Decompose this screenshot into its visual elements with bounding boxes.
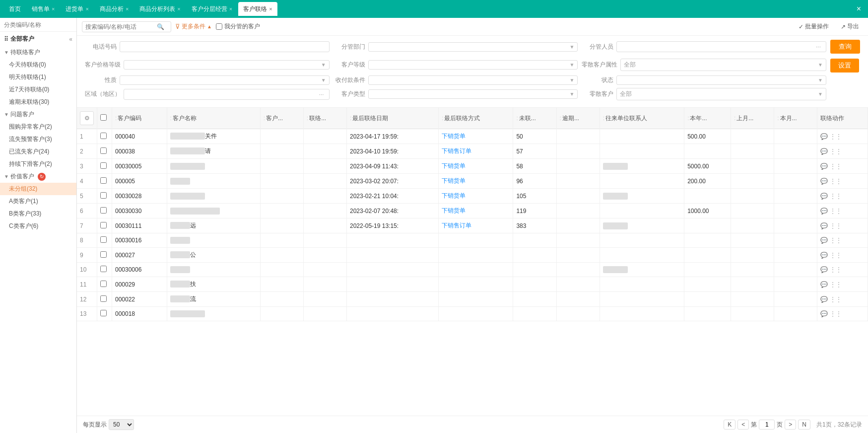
more-action-icon[interactable]: ⋮⋮ — [830, 163, 842, 170]
payment-select[interactable]: ▼ — [368, 75, 578, 85]
more-action-icon[interactable]: ⋮⋮ — [830, 148, 842, 155]
region-select[interactable]: ··· — [124, 89, 330, 100]
sidebar-item-tomorrow[interactable]: 明天待联络(1) — [0, 71, 76, 83]
more-action-icon[interactable]: ⋮⋮ — [830, 133, 842, 140]
sidebar-item-hoarding[interactable]: 囤购异常客户(2) — [0, 121, 76, 133]
sidebar-item-churned[interactable]: 已流失客户(24) — [0, 145, 76, 158]
sidebar-item-classA[interactable]: A类客户(1) — [0, 195, 76, 208]
chat-icon[interactable]: 💬 — [820, 266, 828, 273]
sidebar-item-today[interactable]: 今天待联络(0) — [0, 59, 76, 71]
search-input[interactable] — [85, 23, 155, 30]
collapse-icon[interactable]: « — [69, 36, 72, 43]
close-icon[interactable]: × — [85, 6, 88, 12]
more-conditions-button[interactable]: ⊽ 更多条件 ▲ — [175, 22, 212, 31]
more-action-icon[interactable]: ⋮⋮ — [830, 296, 842, 303]
more-action-icon[interactable]: ⋮⋮ — [830, 222, 842, 229]
status-select[interactable]: ▼ — [616, 75, 826, 85]
first-page-button[interactable]: K — [724, 420, 735, 430]
query-button[interactable]: 查询 — [830, 40, 860, 54]
sidebar-item-classC[interactable]: C类客户(6) — [0, 220, 76, 232]
page-number-input[interactable] — [759, 420, 775, 430]
chat-icon[interactable]: 💬 — [820, 252, 828, 259]
chat-icon[interactable]: 💬 — [820, 178, 828, 185]
close-icon[interactable]: × — [177, 6, 180, 12]
prev-page-button[interactable]: < — [737, 420, 749, 430]
my-customers-checkbox[interactable] — [216, 23, 222, 30]
last-way-link[interactable]: 下销货单 — [442, 162, 466, 169]
chat-icon[interactable]: 💬 — [820, 208, 828, 215]
retail-attr-select[interactable]: 全部 ▼ — [620, 59, 826, 71]
phone-input[interactable] — [120, 41, 330, 52]
chat-icon[interactable]: 💬 — [820, 148, 828, 155]
row-select-checkbox[interactable] — [100, 236, 107, 243]
close-icon[interactable]: × — [126, 6, 129, 12]
window-close-button[interactable]: × — [854, 4, 864, 13]
col-gear[interactable]: ⚙ — [77, 108, 97, 129]
more-action-icon[interactable]: ⋮⋮ — [830, 193, 842, 200]
last-way-link[interactable]: 下销售订单 — [442, 147, 471, 154]
sidebar-all-customers[interactable]: ⠿ 全部客户 « — [0, 32, 76, 46]
row-select-checkbox[interactable] — [100, 162, 107, 169]
last-page-button[interactable]: N — [798, 420, 810, 430]
row-select-checkbox[interactable] — [100, 147, 107, 154]
chat-icon[interactable]: 💬 — [820, 193, 828, 200]
row-select-checkbox[interactable] — [100, 133, 107, 139]
more-action-icon[interactable]: ⋮⋮ — [830, 252, 842, 259]
tab-product-list[interactable]: 商品分析列表 × — [134, 2, 185, 16]
sidebar-item-7days[interactable]: 近7天待联络(0) — [0, 83, 76, 96]
more-action-icon[interactable]: ⋮⋮ — [830, 237, 842, 244]
tab-customer-contact[interactable]: 客户联络 × — [238, 2, 277, 16]
more-action-icon[interactable]: ⋮⋮ — [830, 266, 842, 273]
last-way-link[interactable]: 下销货单 — [442, 192, 466, 199]
chat-icon[interactable]: 💬 — [820, 133, 828, 140]
more-action-icon[interactable]: ⋮⋮ — [830, 178, 842, 185]
row-select-checkbox[interactable] — [100, 310, 107, 316]
retail-customer-select[interactable]: 全部 ▼ — [616, 88, 826, 100]
sidebar-item-ungroup[interactable]: 未分组(32) — [0, 183, 76, 195]
price-level-select[interactable]: ▼ — [124, 60, 330, 70]
manager-select[interactable]: ··· — [616, 41, 826, 52]
row-select-checkbox[interactable] — [100, 192, 107, 199]
row-select-checkbox[interactable] — [100, 222, 107, 228]
dept-select[interactable]: ▼ — [368, 42, 578, 52]
chat-icon[interactable]: 💬 — [820, 163, 828, 170]
row-select-checkbox[interactable] — [100, 177, 107, 184]
customer-level-select[interactable]: ▼ — [368, 60, 578, 70]
page-size-select[interactable]: 20 50 100 — [109, 419, 134, 430]
sidebar-search-input[interactable] — [4, 21, 77, 28]
sidebar-item-churn-warn[interactable]: 流失预警客户(3) — [0, 133, 76, 145]
select-all-checkbox[interactable] — [100, 114, 107, 121]
row-select-checkbox[interactable] — [100, 295, 107, 302]
last-way-link[interactable]: 下销货单 — [442, 133, 466, 140]
reset-button[interactable]: 设置 — [830, 59, 859, 72]
tab-home[interactable]: 首页 — [4, 2, 26, 16]
gear-button[interactable]: ⚙ — [80, 111, 94, 125]
sidebar-item-classB[interactable]: B类客户(33) — [0, 208, 76, 220]
more-icon[interactable]: ··· — [814, 43, 823, 50]
row-select-checkbox[interactable] — [100, 207, 107, 214]
last-way-link[interactable]: 下销货单 — [442, 207, 466, 214]
tab-customer-seg[interactable]: 客户分层经营 × — [187, 2, 237, 16]
next-page-button[interactable]: > — [785, 420, 796, 430]
close-icon[interactable]: × — [229, 6, 232, 12]
more-action-icon[interactable]: ⋮⋮ — [830, 310, 842, 317]
more-action-icon[interactable]: ⋮⋮ — [830, 208, 842, 215]
last-way-link[interactable]: 下销售订单 — [442, 222, 471, 229]
more-action-icon[interactable]: ⋮⋮ — [830, 281, 842, 288]
chat-icon[interactable]: 💬 — [820, 296, 828, 303]
sidebar-group-pending[interactable]: ▼ 待联络客户 — [0, 46, 76, 59]
tab-sales[interactable]: 销售单 × — [27, 2, 60, 16]
close-icon[interactable]: × — [52, 6, 55, 12]
row-select-checkbox[interactable] — [100, 251, 107, 258]
batch-operation-button[interactable]: ✓ 批量操作 — [795, 21, 833, 32]
sidebar-item-overdue[interactable]: 逾期未联络(30) — [0, 96, 76, 108]
last-way-link[interactable]: 下销货单 — [442, 177, 466, 184]
nature-select[interactable]: ▼ — [120, 75, 330, 85]
chat-icon[interactable]: 💬 — [820, 237, 828, 244]
chat-icon[interactable]: 💬 — [820, 281, 828, 288]
more-icon[interactable]: ··· — [317, 91, 326, 98]
sidebar-item-declining[interactable]: 持续下滑客户(2) — [0, 158, 76, 170]
customer-type-select[interactable]: ▼ — [368, 89, 578, 99]
sidebar-group-value[interactable]: ▼ 价值客户 ↻ — [0, 170, 76, 183]
export-button[interactable]: ↗ 导出 — [837, 21, 863, 32]
